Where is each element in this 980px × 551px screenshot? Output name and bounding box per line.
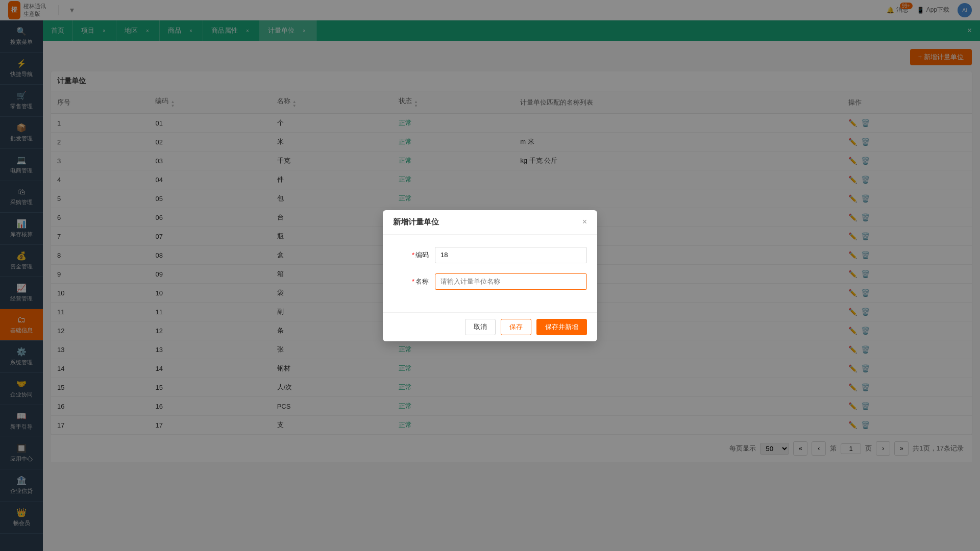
modal-header: 新增计量单位 × bbox=[383, 210, 597, 235]
save-add-button[interactable]: 保存并新增 bbox=[536, 319, 587, 335]
modal-body: *编码 *名称 bbox=[383, 235, 597, 312]
save-button[interactable]: 保存 bbox=[501, 319, 531, 335]
form-item-name: *名称 bbox=[393, 273, 587, 290]
name-label: *名称 bbox=[393, 277, 429, 286]
cancel-button[interactable]: 取消 bbox=[465, 319, 496, 335]
add-unit-modal: 新增计量单位 × *编码 *名称 取消 保存 保存并新增 bbox=[383, 210, 597, 341]
code-input[interactable] bbox=[435, 247, 587, 263]
modal-close-btn[interactable]: × bbox=[582, 217, 587, 227]
form-item-code: *编码 bbox=[393, 247, 587, 263]
name-input[interactable] bbox=[435, 273, 587, 290]
modal-title: 新增计量单位 bbox=[393, 217, 439, 227]
modal-footer: 取消 保存 保存并新增 bbox=[383, 312, 597, 341]
modal-overlay: 新增计量单位 × *编码 *名称 取消 保存 保存并新增 bbox=[0, 0, 980, 551]
code-label: *编码 bbox=[393, 251, 429, 260]
